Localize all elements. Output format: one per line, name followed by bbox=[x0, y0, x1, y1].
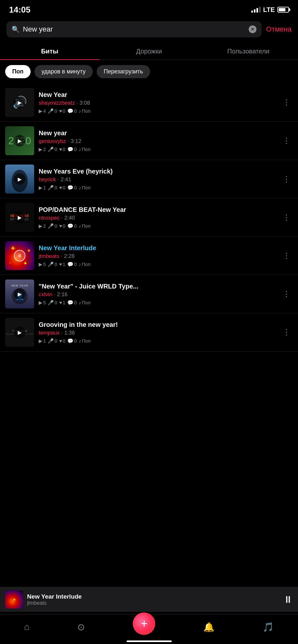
track-stats: ▶ 2 🎤 0 ♥ 0 💬 0 ♪ Поп bbox=[39, 147, 275, 152]
track-title: New Years Eve (heyrick) bbox=[39, 168, 275, 175]
track-stats: ▶ 2 🎤 0 ♥ 0 💬 0 ♪ Поп bbox=[39, 223, 275, 229]
track-item[interactable]: NEW YEAR 👤 ▶ "New Year" - Juice WRLD Typ… bbox=[0, 275, 298, 313]
library-icon: 🎵 bbox=[263, 622, 274, 632]
filter-row: Поп ударов в минуту Перезагрузить bbox=[0, 60, 298, 83]
track-artist: jtmbeats · 2:28 bbox=[39, 253, 275, 260]
filter-chip-pop[interactable]: Поп bbox=[5, 65, 31, 78]
tab-tracks[interactable]: Дорожки bbox=[99, 43, 198, 60]
play-button[interactable]: ▶ bbox=[14, 288, 25, 300]
track-list: 🔊 ▶ New Year shaymizzbeatz · 3:08 ▶ 4 🎤 … bbox=[0, 83, 298, 352]
search-container: 🔍 New year ✕ Отмена bbox=[0, 18, 298, 41]
now-playing-pause-button[interactable]: ⏸ bbox=[283, 594, 293, 605]
tab-beats[interactable]: Биты bbox=[0, 43, 99, 60]
track-stats: ▶ 5 🎤 0 ♥ 1 💬 0 ♪ Поп bbox=[39, 261, 275, 267]
track-thumbnail: TEMPAUX MUSIC PRODUCTION ▶ bbox=[5, 318, 34, 347]
search-input[interactable]: New year bbox=[23, 25, 245, 33]
now-playing-artist: jtmbeats bbox=[27, 600, 279, 606]
play-button[interactable]: ▶ bbox=[14, 212, 25, 223]
search-bar[interactable]: 🔍 New year ✕ bbox=[6, 21, 262, 37]
track-more-button[interactable]: ⋮ bbox=[280, 173, 293, 185]
tabs-container: Биты Дорожки Пользователи bbox=[0, 43, 298, 60]
track-info: "New Year" - Juice WRLD Type... cxlvin ·… bbox=[39, 283, 275, 306]
signal-icon bbox=[251, 7, 261, 13]
track-title: New Year Interlude bbox=[39, 244, 275, 252]
track-item[interactable]: NEW YEAR NTROSPEC ▶ POP/DANCE BEAT-New Y… bbox=[0, 198, 298, 237]
now-playing-thumbnail: ✦ bbox=[5, 591, 23, 609]
track-item[interactable]: 🔊 ▶ New Year shaymizzbeatz · 3:08 ▶ 4 🎤 … bbox=[0, 83, 298, 122]
track-info: POP/DANCE BEAT-New Year ntrospec · 2:40 … bbox=[39, 206, 275, 229]
nav-library[interactable]: 🎵 bbox=[263, 622, 274, 632]
track-item[interactable]: ▶ New Years Eve (heyrick) heyrick · 2:41… bbox=[0, 160, 298, 198]
play-button[interactable]: ▶ bbox=[14, 97, 25, 108]
nav-home[interactable]: ⌂ bbox=[24, 622, 30, 632]
track-title: Grooving in the new year! bbox=[39, 321, 275, 328]
bell-icon: 🔔 bbox=[203, 622, 215, 632]
play-button[interactable]: ▶ bbox=[14, 173, 25, 185]
home-icon: ⌂ bbox=[24, 622, 30, 632]
play-button[interactable]: ▶ bbox=[14, 327, 25, 338]
track-thumbnail: ✦ ✦ ✦ ✦ ⏸ bbox=[5, 241, 34, 270]
track-artist: ntrospec · 2:40 bbox=[39, 215, 275, 221]
home-indicator bbox=[127, 640, 172, 642]
battery-icon bbox=[277, 7, 289, 13]
track-info: New year geniusvybz · 3:12 ▶ 2 🎤 0 ♥ 0 💬… bbox=[39, 129, 275, 152]
now-playing-title: New Year Interlude bbox=[27, 593, 279, 600]
track-item[interactable]: TEMPAUX MUSIC PRODUCTION ▶ Grooving in t… bbox=[0, 313, 298, 352]
track-artist: cxlvin · 2:16 bbox=[39, 291, 275, 298]
filter-chip-key[interactable]: Перезагрузить bbox=[97, 65, 150, 78]
track-more-button[interactable]: ⋮ bbox=[280, 250, 293, 261]
track-info: New Years Eve (heyrick) heyrick · 2:41 ▶… bbox=[39, 168, 275, 191]
track-title: POP/DANCE BEAT-New Year bbox=[39, 206, 275, 213]
tab-users[interactable]: Пользователи bbox=[199, 43, 298, 60]
pause-button[interactable]: ⏸ bbox=[14, 250, 25, 261]
nav-notifications[interactable]: 🔔 bbox=[203, 622, 215, 632]
add-icon: + bbox=[141, 618, 148, 630]
status-time: 14:05 bbox=[9, 5, 31, 15]
cancel-button[interactable]: Отмена bbox=[266, 25, 292, 33]
track-thumbnail: 2020 ▶ bbox=[5, 126, 34, 155]
track-info: New Year shaymizzbeatz · 3:08 ▶ 4 🎤 0 ♥ … bbox=[39, 91, 275, 114]
track-thumbnail: NEW YEAR NTROSPEC ▶ bbox=[5, 203, 34, 232]
play-button[interactable]: ▶ bbox=[14, 135, 25, 147]
track-artist: shaymizzbeatz · 3:08 bbox=[39, 100, 275, 106]
nav-add-button[interactable]: + bbox=[133, 612, 155, 635]
track-title: "New Year" - Juice WRLD Type... bbox=[39, 283, 275, 290]
status-right-icons: LTE bbox=[251, 6, 289, 14]
nav-search[interactable]: ⊙ bbox=[77, 622, 85, 632]
track-thumbnail: 🔊 ▶ bbox=[5, 88, 34, 117]
track-artist: heyrick · 2:41 bbox=[39, 176, 275, 183]
track-more-button[interactable]: ⋮ bbox=[280, 288, 293, 300]
filter-chip-bpm[interactable]: ударов в минуту bbox=[34, 65, 93, 78]
track-info: Grooving in the new year! tempaux · 1:36… bbox=[39, 321, 275, 344]
track-stats: ▶ 5 🎤 0 ♥ 1 💬 0 ♪ Поп bbox=[39, 300, 275, 306]
track-more-button[interactable]: ⋮ bbox=[280, 97, 293, 108]
search-clear-button[interactable]: ✕ bbox=[249, 25, 256, 33]
track-stats: ▶ 4 🎤 0 ♥ 0 💬 0 ♪ Поп bbox=[39, 108, 275, 114]
track-more-button[interactable]: ⋮ bbox=[280, 212, 293, 223]
track-stats: ▶ 1 🎤 0 ♥ 0 💬 0 ♪ Поп bbox=[39, 185, 275, 191]
bottom-nav: ⌂ ⊙ + 🔔 🎵 bbox=[0, 614, 298, 644]
track-more-button[interactable]: ⋮ bbox=[280, 135, 293, 147]
lte-label: LTE bbox=[263, 6, 275, 14]
track-artist: tempaux · 1:36 bbox=[39, 330, 275, 336]
track-info: New Year Interlude jtmbeats · 2:28 ▶ 5 🎤… bbox=[39, 244, 275, 267]
search-nav-icon: ⊙ bbox=[77, 622, 85, 632]
track-item[interactable]: ✦ ✦ ✦ ✦ ⏸ New Year Interlude jtmbeats · … bbox=[0, 237, 298, 275]
status-bar: 14:05 LTE bbox=[0, 0, 298, 18]
track-title: New year bbox=[39, 129, 275, 137]
now-playing-bar[interactable]: ✦ New Year Interlude jtmbeats ⏸ bbox=[0, 587, 298, 612]
track-artist: geniusvybz · 3:12 bbox=[39, 138, 275, 145]
track-thumbnail: NEW YEAR 👤 ▶ bbox=[5, 279, 34, 308]
now-playing-info: New Year Interlude jtmbeats bbox=[27, 593, 279, 606]
track-title: New Year bbox=[39, 91, 275, 99]
track-stats: ▶ 1 🎤 0 ♥ 0 💬 0 ♪ Поп bbox=[39, 338, 275, 344]
track-more-button[interactable]: ⋮ bbox=[280, 327, 293, 338]
search-icon: 🔍 bbox=[12, 25, 20, 33]
track-item[interactable]: 2020 ▶ New year geniusvybz · 3:12 ▶ 2 🎤 … bbox=[0, 122, 298, 160]
track-thumbnail: ▶ bbox=[5, 165, 34, 194]
